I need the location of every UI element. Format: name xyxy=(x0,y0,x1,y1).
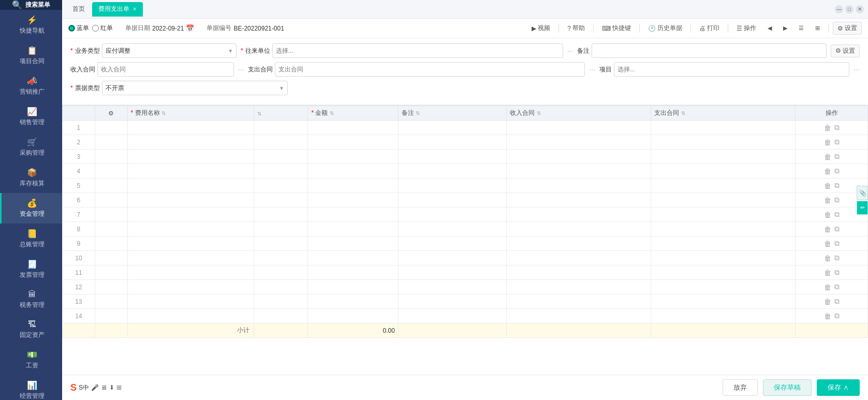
cell-amount-12[interactable] xyxy=(308,280,398,294)
copy-icon-1[interactable]: ⧉ xyxy=(834,123,840,132)
cell-name-1[interactable] xyxy=(127,121,254,135)
delete-icon-7[interactable]: 🗑 xyxy=(824,211,831,219)
sidebar-item-tax[interactable]: 🏛税务管理 xyxy=(0,285,62,315)
maximize-button[interactable]: □ xyxy=(845,5,854,13)
sidebar-item-capital[interactable]: 💰资金管理 xyxy=(0,193,62,224)
cell-expense-14[interactable] xyxy=(651,309,796,323)
cell-amount-1[interactable] xyxy=(308,121,398,135)
cell-amount-4[interactable] xyxy=(308,164,398,179)
sidebar-item-fixed-assets[interactable]: 🏗固定资产 xyxy=(0,315,62,345)
cell-remark-4[interactable] xyxy=(398,164,506,179)
cell-sort-3[interactable] xyxy=(254,150,308,164)
cell-remark-14[interactable] xyxy=(398,309,506,323)
cell-expense-4[interactable] xyxy=(651,164,796,179)
cell-expense-2[interactable] xyxy=(651,135,796,150)
cell-name-2[interactable] xyxy=(127,135,254,150)
form-settings-button[interactable]: ⚙ 设置 xyxy=(831,45,860,57)
cell-amount-9[interactable] xyxy=(308,236,398,251)
cell-amount-8[interactable] xyxy=(308,222,398,236)
expense-contract-input[interactable] xyxy=(275,62,585,77)
cell-amount-2[interactable] xyxy=(308,135,398,150)
cell-income-8[interactable] xyxy=(507,222,651,236)
cell-income-4[interactable] xyxy=(507,164,651,179)
sidebar-item-invoice[interactable]: 🧾发票管理 xyxy=(0,254,62,285)
radio-blue[interactable]: 蓝单 xyxy=(68,24,89,33)
cell-expense-11[interactable] xyxy=(651,265,796,280)
cell-name-6[interactable] xyxy=(127,193,254,208)
cell-amount-5[interactable] xyxy=(308,179,398,193)
cell-amount-7[interactable] xyxy=(308,208,398,222)
sidebar-item-project-contract[interactable]: 📋项目合同 xyxy=(0,40,62,71)
sidebar-item-sales[interactable]: 📈销售管理 xyxy=(0,101,62,132)
cell-remark-5[interactable] xyxy=(398,179,506,193)
project-more-icon[interactable]: ··· xyxy=(854,65,860,73)
cell-name-10[interactable] xyxy=(127,251,254,265)
cell-name-4[interactable] xyxy=(127,164,254,179)
cell-remark-11[interactable] xyxy=(398,265,506,280)
cell-income-9[interactable] xyxy=(507,236,651,251)
tab-expense[interactable]: 费用支出单✕ xyxy=(92,2,143,17)
cell-expense-12[interactable] xyxy=(651,280,796,294)
sidebar-item-marketing[interactable]: 📣营销推广 xyxy=(0,71,62,101)
cell-sort-11[interactable] xyxy=(254,265,308,280)
th-config[interactable]: ⚙ xyxy=(95,106,127,121)
cell-sort-10[interactable] xyxy=(254,251,308,265)
cell-expense-13[interactable] xyxy=(651,294,796,309)
cell-remark-9[interactable] xyxy=(398,236,506,251)
delete-icon-14[interactable]: 🗑 xyxy=(824,312,831,320)
copy-icon-5[interactable]: ⧉ xyxy=(834,181,840,190)
cell-income-10[interactable] xyxy=(507,251,651,265)
sidebar-item-quick-nav[interactable]: ⚡快捷导航 xyxy=(0,10,62,40)
cell-sort-14[interactable] xyxy=(254,309,308,323)
cell-remark-8[interactable] xyxy=(398,222,506,236)
cell-remark-1[interactable] xyxy=(398,121,506,135)
cell-amount-14[interactable] xyxy=(308,309,398,323)
cell-expense-7[interactable] xyxy=(651,208,796,222)
copy-icon-13[interactable]: ⧉ xyxy=(834,297,840,306)
delete-icon-12[interactable]: 🗑 xyxy=(824,283,831,291)
screen-icon[interactable]: 🖥 xyxy=(101,384,107,391)
delete-icon-11[interactable]: 🗑 xyxy=(824,269,831,277)
cell-sort-2[interactable] xyxy=(254,135,308,150)
income-contract-input[interactable] xyxy=(97,62,234,77)
cell-remark-2[interactable] xyxy=(398,135,506,150)
attachment-float-button[interactable]: 📎 xyxy=(857,186,868,200)
cell-name-9[interactable] xyxy=(127,236,254,251)
copy-icon-14[interactable]: ⧉ xyxy=(834,312,840,320)
list-view-button[interactable]: ☰ xyxy=(795,24,808,33)
cell-sort-8[interactable] xyxy=(254,222,308,236)
shortcut-button[interactable]: ⌨ 快捷键 xyxy=(598,23,635,34)
cell-expense-10[interactable] xyxy=(651,251,796,265)
grid-view-button[interactable]: ⊞ xyxy=(811,24,824,33)
delete-icon-10[interactable]: 🗑 xyxy=(824,254,831,262)
invoice-type-select[interactable]: 不开票 ▼ xyxy=(102,81,288,95)
nav-prev-button[interactable]: ◀ xyxy=(763,24,776,33)
delete-icon-3[interactable]: 🗑 xyxy=(824,153,831,161)
partner-more-icon[interactable]: ··· xyxy=(567,47,573,55)
history-button[interactable]: 🕐 历史单据 xyxy=(644,23,686,34)
cell-sort-9[interactable] xyxy=(254,236,308,251)
delete-icon-6[interactable]: 🗑 xyxy=(824,196,831,204)
nav-next-button[interactable]: ▶ xyxy=(779,24,791,33)
delete-icon-5[interactable]: 🗑 xyxy=(824,182,831,190)
cell-income-7[interactable] xyxy=(507,208,651,222)
sort-income-icon[interactable]: ⇅ xyxy=(537,110,541,116)
cell-income-14[interactable] xyxy=(507,309,651,323)
sort-expense-icon[interactable]: ⇅ xyxy=(681,110,685,116)
cell-sort-6[interactable] xyxy=(254,193,308,208)
income-contract-more-icon[interactable]: ··· xyxy=(238,65,244,73)
copy-icon-6[interactable]: ⧉ xyxy=(834,196,840,204)
remark-input[interactable] xyxy=(592,43,827,58)
copy-icon-8[interactable]: ⧉ xyxy=(834,225,840,233)
sort-remark-icon[interactable]: ⇅ xyxy=(416,110,420,116)
close-button[interactable]: ✕ xyxy=(856,5,864,13)
sidebar-item-ledger[interactable]: 📒总账管理 xyxy=(0,224,62,254)
cell-remark-13[interactable] xyxy=(398,294,506,309)
cell-sort-7[interactable] xyxy=(254,208,308,222)
cell-income-12[interactable] xyxy=(507,280,651,294)
cell-remark-6[interactable] xyxy=(398,193,506,208)
cell-income-3[interactable] xyxy=(507,150,651,164)
delete-icon-1[interactable]: 🗑 xyxy=(824,124,831,132)
delete-icon-13[interactable]: 🗑 xyxy=(824,298,831,306)
copy-icon-2[interactable]: ⧉ xyxy=(834,138,840,146)
